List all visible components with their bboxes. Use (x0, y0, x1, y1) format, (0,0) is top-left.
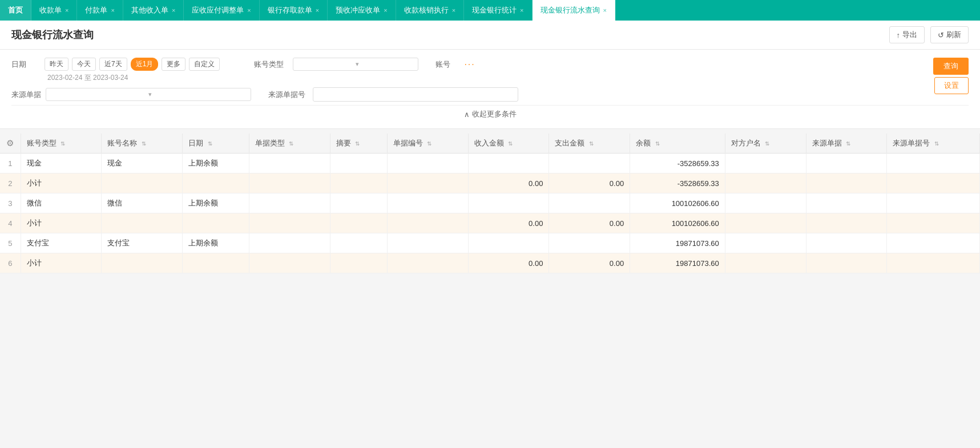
nav-tab-receipt-label: 收款单 (39, 5, 62, 15)
col-doc-no: 单据编号 ⇅ (387, 134, 468, 154)
cell-date: 上期余额 (183, 193, 249, 213)
cell-summary (330, 193, 387, 213)
cell-doc-no (387, 154, 468, 173)
nav-tab-other-income[interactable]: 其他收入单 × (123, 0, 184, 21)
cell-account-name (102, 213, 183, 233)
cell-doc-no (387, 173, 468, 193)
close-receipt-icon[interactable]: × (65, 7, 68, 14)
cell-source-doc-no (887, 253, 980, 273)
col-expense: 支出金额 ⇅ (549, 134, 630, 154)
col-summary-label: 摘要 (336, 139, 351, 147)
col-source-doc-label: 来源单据 (812, 139, 842, 147)
sort-source-doc-icon[interactable]: ⇅ (846, 140, 850, 147)
close-bank-deposit-icon[interactable]: × (316, 7, 319, 14)
cell-date: 上期余额 (183, 233, 249, 253)
date-btn-1month[interactable]: 近1月 (131, 58, 159, 71)
cell-income (468, 233, 549, 253)
cell-expense (549, 193, 630, 213)
date-btn-yesterday[interactable]: 昨天 (45, 58, 68, 71)
sort-balance-icon[interactable]: ⇅ (655, 140, 660, 147)
date-btn-more[interactable]: 更多 (162, 58, 185, 71)
cell-income (468, 154, 549, 173)
sort-account-type-icon[interactable]: ⇅ (61, 140, 65, 147)
date-btn-7days[interactable]: 近7天 (99, 58, 127, 71)
date-btn-today[interactable]: 今天 (72, 58, 96, 71)
close-ar-ap-icon[interactable]: × (247, 7, 251, 14)
table-gear-icon[interactable]: ⚙ (6, 138, 14, 148)
cell-account-name (102, 173, 183, 193)
table-row[interactable]: 5支付宝支付宝上期余额19871073.60 (0, 233, 980, 253)
col-source-doc: 来源单据 ⇅ (806, 134, 887, 154)
sort-doc-no-icon[interactable]: ⇅ (427, 140, 431, 147)
sort-expense-icon[interactable]: ⇅ (589, 140, 594, 147)
cell-income: 0.00 (468, 173, 549, 193)
cell-doc-no (387, 233, 468, 253)
filter-row-2: 来源单据 ▾ 来源单据号 (11, 87, 922, 102)
col-account-type: 账号类型 ⇅ (21, 134, 102, 154)
col-date: 日期 ⇅ (183, 134, 249, 154)
date-label: 日期 (11, 59, 40, 70)
nav-tab-collection-label: 收款核销执行 (404, 5, 449, 15)
account-dots-button[interactable]: ··· (464, 59, 475, 70)
cell-account-name: 微信 (102, 193, 183, 213)
sort-summary-icon[interactable]: ⇅ (355, 140, 360, 147)
cell-source-doc (806, 154, 887, 173)
page-title: 现金银行流水查询 (11, 28, 94, 42)
refresh-button[interactable]: ↺ 刷新 (930, 26, 969, 43)
cell-counterparty (725, 253, 806, 273)
sort-source-doc-no-icon[interactable]: ⇅ (934, 140, 939, 147)
nav-tab-cash-bank-stat[interactable]: 现金银行统计 × (464, 0, 532, 21)
cell-source-doc-no (887, 233, 980, 253)
table-row[interactable]: 3微信微信上期余额100102606.60 (0, 193, 980, 213)
sort-income-icon[interactable]: ⇅ (508, 140, 513, 147)
nav-tab-bank-deposit[interactable]: 银行存取款单 × (260, 0, 328, 21)
date-shortcuts: 昨天 今天 近7天 近1月 更多 自定义 (45, 58, 220, 71)
row-number: 2 (0, 173, 21, 193)
right-buttons: 查询 设置 (922, 58, 969, 94)
cell-account-type: 小计 (21, 253, 102, 273)
nav-tab-home[interactable]: 首页 (0, 0, 31, 21)
sort-counterparty-icon[interactable]: ⇅ (765, 140, 769, 147)
cell-balance: 19871073.60 (630, 233, 725, 253)
query-button[interactable]: 查询 (933, 58, 969, 75)
cell-summary (330, 213, 387, 233)
table-row[interactable]: 1现金现金上期余额-3528659.33 (0, 154, 980, 173)
nav-tab-ar-ap[interactable]: 应收应付调整单 × (184, 0, 259, 21)
page-header: 现金银行流水查询 ↑ 导出 ↺ 刷新 (0, 21, 980, 50)
close-collection-icon[interactable]: × (452, 7, 455, 14)
cell-date: 上期余额 (183, 154, 249, 173)
cell-doc-type (249, 213, 330, 233)
account-type-select[interactable]: ▾ (293, 58, 418, 71)
nav-tab-receipt[interactable]: 收款单 × (31, 0, 77, 21)
nav-tab-other-income-label: 其他收入单 (131, 5, 168, 15)
refresh-label: 刷新 (946, 30, 961, 40)
nav-tab-collection[interactable]: 收款核销执行 × (396, 0, 464, 21)
nav-tab-payment[interactable]: 付款单 × (77, 0, 123, 21)
collapse-bar[interactable]: ∧ 收起更多条件 (11, 105, 969, 123)
close-cash-bank-stat-icon[interactable]: × (520, 7, 523, 14)
sort-doc-type-icon[interactable]: ⇅ (289, 140, 293, 147)
source-doc-select[interactable]: ▾ (46, 88, 251, 101)
source-doc-num-input[interactable] (313, 87, 518, 102)
table-row[interactable]: 2小计0.000.00-3528659.33 (0, 173, 980, 193)
cell-balance: 100102606.60 (630, 193, 725, 213)
nav-tab-cash-bank-flow[interactable]: 现金银行流水查询 × (533, 0, 615, 21)
close-other-income-icon[interactable]: × (172, 7, 175, 14)
nav-tab-advance[interactable]: 预收冲应收单 × (328, 0, 396, 21)
export-button[interactable]: ↑ 导出 (889, 26, 925, 43)
top-nav: 首页 收款单 × 付款单 × 其他收入单 × 应收应付调整单 × 银行存取款单 … (0, 0, 980, 21)
close-payment-icon[interactable]: × (111, 7, 114, 14)
filter-row-1: 日期 昨天 今天 近7天 近1月 更多 自定义 账号类型 ▾ 账号 ··· (11, 58, 922, 71)
close-advance-icon[interactable]: × (384, 7, 387, 14)
cell-source-doc (806, 213, 887, 233)
sort-account-name-icon[interactable]: ⇅ (142, 140, 146, 147)
table-header-row: ⚙ 账号类型 ⇅ 账号名称 ⇅ 日期 ⇅ 单据类型 ⇅ (0, 134, 980, 154)
export-icon: ↑ (897, 31, 901, 39)
settings-button[interactable]: 设置 (934, 77, 969, 94)
date-btn-custom[interactable]: 自定义 (189, 58, 220, 71)
sort-date-icon[interactable]: ⇅ (208, 140, 212, 147)
table-row[interactable]: 6小计0.000.0019871073.60 (0, 253, 980, 273)
table-row[interactable]: 4小计0.000.00100102606.60 (0, 213, 980, 233)
close-cash-bank-flow-icon[interactable]: × (603, 7, 607, 14)
col-account-name-label: 账号名称 (107, 139, 137, 147)
